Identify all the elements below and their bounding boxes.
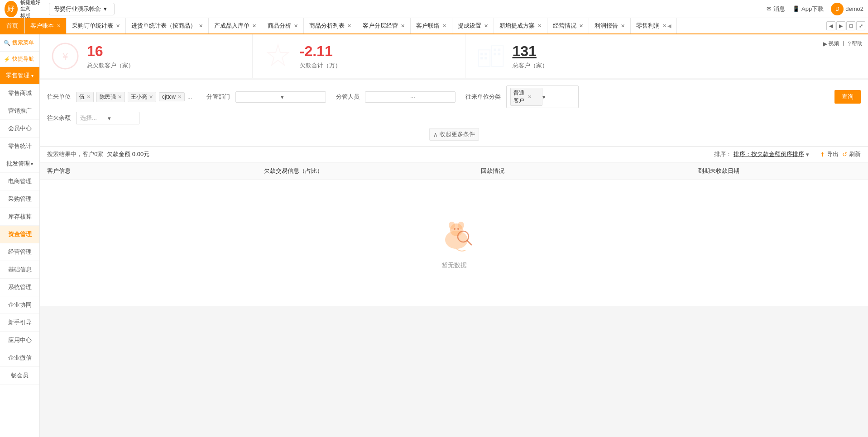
nav-expand[interactable]: ⊞ <box>846 21 855 30</box>
tab-close-icon[interactable]: ✕ <box>662 23 667 29</box>
sort-icon: ▾ <box>806 151 809 158</box>
video-button[interactable]: ▶ 视频 <box>823 40 839 48</box>
tab-close-icon[interactable]: ✕ <box>621 23 625 29</box>
remove-tag-icon[interactable]: ✕ <box>528 94 540 100</box>
main-layout: 🔍 搜索菜单 ⚡ 快捷导航 零售管理 ▾ 零售商城 营销推广 会员中心 零售统计… <box>0 34 868 437</box>
sidebar-item-member-center[interactable]: 会员中心 <box>0 120 39 138</box>
nav-fullscreen[interactable]: ⤢ <box>856 21 865 30</box>
overdue-amount-text: 欠款金额 0.00元 <box>107 150 149 158</box>
tab-close-icon[interactable]: ✕ <box>484 23 488 29</box>
card-content-overdue-customers: 16 总欠款客户（家） <box>87 43 241 70</box>
sidebar-item-operation-mgmt[interactable]: 经营管理 <box>0 243 39 261</box>
sidebar-item-purchase-mgmt[interactable]: 采购管理 <box>0 190 39 208</box>
svg-rect-9 <box>494 49 496 51</box>
svg-rect-8 <box>484 57 487 59</box>
sidebar-item-enterprise-wechat[interactable]: 企业微信 <box>0 349 39 367</box>
remove-tag-icon[interactable]: ✕ <box>118 94 122 100</box>
tab-close-icon[interactable]: ✕ <box>57 23 61 29</box>
app-download-button[interactable]: 📱 App下载 <box>792 5 824 13</box>
tab-close-icon[interactable]: ✕ <box>442 23 446 29</box>
query-button[interactable]: 查询 <box>834 90 861 104</box>
sidebar-item-ecommerce-mgmt[interactable]: 电商管理 <box>0 173 39 190</box>
data-table: 客户信息 欠款交易信息（占比） 回款情况 到期未收款日期 <box>40 162 868 306</box>
tab-close-icon[interactable]: ✕ <box>579 23 583 29</box>
person-filter-select[interactable]: ··· <box>365 91 456 103</box>
unit-tag-person3: cjttcw ✕ <box>159 92 185 101</box>
table-header: 客户信息 欠款交易信息（占比） 回款情况 到期未收款日期 <box>40 162 868 180</box>
balance-filter-select[interactable]: 选择... ▾ <box>76 112 139 124</box>
tab-close-icon[interactable]: ✕ <box>537 23 542 29</box>
message-button[interactable]: ✉ 消息 <box>767 5 785 13</box>
chevron-icon: ▾ <box>31 162 33 166</box>
empty-text: 暂无数据 <box>441 261 467 270</box>
sidebar-item-marketing[interactable]: 营销推广 <box>0 102 39 120</box>
tab-close-icon[interactable]: ✕ <box>294 23 298 29</box>
tab-customer-account[interactable]: 客户账本 ✕ <box>25 18 67 34</box>
sidebar-item-inventory-check[interactable]: 库存核算 <box>0 208 39 226</box>
help-button[interactable]: ? 帮助 <box>848 40 863 48</box>
tab-product-instock[interactable]: 产成品入库单 ✕ <box>209 18 262 34</box>
sidebar-item-app-center[interactable]: 应用中心 <box>0 332 39 349</box>
svg-rect-3 <box>478 50 490 66</box>
tab-close-icon[interactable]: ✕ <box>347 23 351 29</box>
sidebar-item-retail-stats[interactable]: 零售统计 <box>0 138 39 155</box>
sidebar-item-system-mgmt[interactable]: 系统管理 <box>0 279 39 296</box>
tab-customer-segment[interactable]: 客户分层经营 ✕ <box>357 18 411 34</box>
tab-goods-analysis[interactable]: 商品分析 ✕ <box>262 18 304 34</box>
chevron-down-icon: ▾ <box>281 94 322 100</box>
balance-filter-label: 往来余额 <box>47 114 71 122</box>
tab-profit-report[interactable]: 利润报告 ✕ <box>589 18 631 34</box>
tab-close-icon[interactable]: ✕ <box>252 23 256 29</box>
logo-area: 好 畅捷通好生意 标版 <box>5 0 44 19</box>
tab-customer-contact[interactable]: 客户联络 ✕ <box>411 18 452 34</box>
nav-tabs-bar: 首页 客户账本 ✕ 采购订单统计表 ✕ 进货单统计表（按商品） ✕ 产成品入库单… <box>0 18 868 34</box>
nav-scroll-right[interactable]: ▶ <box>836 21 845 30</box>
remove-tag-icon[interactable]: ✕ <box>149 94 153 100</box>
sidebar-item-new-guide[interactable]: 新手引导 <box>0 314 39 332</box>
svg-rect-5 <box>480 53 483 55</box>
sidebar-item-retail-store[interactable]: 零售商城 <box>0 85 39 102</box>
refresh-button[interactable]: ↺ 刷新 <box>842 150 861 158</box>
collapse-button[interactable]: ∧ 收起更多条件 <box>429 128 479 141</box>
sidebar-search-button[interactable]: 🔍 搜索菜单 <box>0 34 39 52</box>
tab-new-achievement[interactable]: 新增提成方案 ✕ <box>494 18 547 34</box>
store-selector[interactable]: 母婴行业演示帐套 ▾ <box>49 3 115 15</box>
sidebar-item-vip-member[interactable]: 畅会员 <box>0 367 39 385</box>
tab-goods-analysis-list[interactable]: 商品分析列表 ✕ <box>304 18 357 34</box>
tab-close-icon[interactable]: ✕ <box>401 23 405 29</box>
col-overdue-transaction: 欠款交易信息（占比） <box>264 167 481 175</box>
tab-business-status[interactable]: 经营情况 ✕ <box>547 18 589 34</box>
card-icon-star <box>264 42 293 71</box>
tab-purchase-goods-stats[interactable]: 进货单统计表（按商品） ✕ <box>126 18 209 34</box>
sidebar-item-wholesale-mgmt[interactable]: 批发管理 ▾ <box>0 155 39 173</box>
overdue-amount-label: 欠款合计（万） <box>300 62 454 70</box>
sidebar-item-enterprise-coop[interactable]: 企业协同 <box>0 296 39 314</box>
tab-close-icon[interactable]: ✕ <box>116 23 120 29</box>
dept-filter-select[interactable]: ▾ <box>235 91 326 103</box>
remove-tag-icon[interactable]: ✕ <box>177 94 182 100</box>
tab-reminder-settings[interactable]: 提成设置 ✕ <box>452 18 494 34</box>
video-icon: ▶ <box>823 41 827 47</box>
filter-more-icon[interactable]: ... <box>187 94 192 100</box>
user-profile[interactable]: D demo2 <box>831 3 863 15</box>
sidebar-item-retail-mgmt[interactable]: 零售管理 ▾ <box>0 67 39 85</box>
overdue-customers-value: 16 <box>87 43 241 60</box>
tab-home[interactable]: 首页 <box>0 18 25 34</box>
category-filter-select[interactable]: 普通客户 ✕ ▾ <box>506 86 579 108</box>
export-button[interactable]: ⬆ 导出 <box>820 150 839 158</box>
tab-purchase-order-stats[interactable]: 采购订单统计表 ✕ <box>67 18 126 34</box>
remove-tag-icon[interactable]: ✕ <box>86 94 91 100</box>
unit-tag-person2: 王小亮 ✕ <box>128 92 156 102</box>
person-filter-label: 分管人员 <box>336 93 360 101</box>
filter-dots-icon[interactable]: ··· <box>408 94 451 100</box>
tab-retail-profit[interactable]: 零售利润 ✕ ◀ <box>631 18 677 34</box>
sidebar-item-basic-info[interactable]: 基础信息 <box>0 261 39 279</box>
tab-close-icon[interactable]: ✕ <box>199 23 203 29</box>
summary-card-overdue-customers: ¥ 16 总欠款客户（家） <box>40 34 253 78</box>
summary-cards: ¥ 16 总欠款客户（家） -2.11 欠款合计（万） <box>40 34 868 78</box>
result-bar: 搜索结果中，客户0家 欠款金额 0.00元 排序： 排序：按欠款金额倒序排序 ▾… <box>40 147 868 162</box>
sidebar-item-capital-mgmt[interactable]: 资金管理 <box>0 226 39 243</box>
sidebar-quick-nav[interactable]: ⚡ 快捷导航 <box>0 52 39 67</box>
unit-filter-tags: 伍 ✕ 陈民强 ✕ 王小亮 ✕ cjttcw ✕ ... <box>76 92 192 102</box>
nav-scroll-left[interactable]: ◀ <box>826 21 835 30</box>
